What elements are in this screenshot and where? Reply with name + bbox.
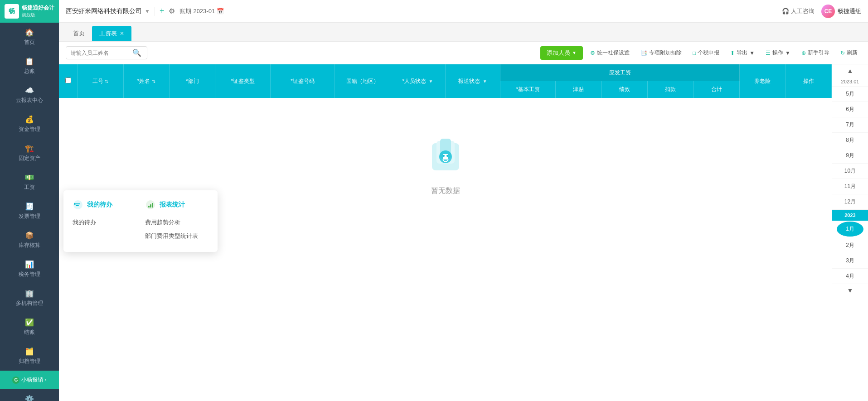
name-sort-icon[interactable]: ⇅ <box>152 79 155 84</box>
social-security-icon: ⚙ <box>590 50 595 56</box>
topbar-divider-1 <box>155 7 155 16</box>
home-icon: 🏠 <box>25 28 34 37</box>
date-year-2023: 2023 <box>832 210 868 221</box>
svg-rect-8 <box>76 203 80 204</box>
fixed-assets-icon: 🏗️ <box>25 144 34 153</box>
date-oct[interactable]: 10月 <box>832 164 868 179</box>
sidebar-item-inventory[interactable]: 📦 库存核算 <box>0 226 59 255</box>
date-jul[interactable]: 7月 <box>832 117 868 133</box>
date-dec[interactable]: 12月 <box>832 194 868 210</box>
topbar-period: 账期 2023-01 📅 <box>179 7 224 15</box>
date-aug[interactable]: 8月 <box>832 133 868 148</box>
date-feb[interactable]: 2月 <box>832 238 868 253</box>
search-box: 🔍 <box>66 46 147 59</box>
topbar-settings-button[interactable]: ⚙ <box>169 7 175 15</box>
calendar-icon[interactable]: 📅 <box>217 8 224 14</box>
tab-close-button[interactable]: ✕ <box>120 30 124 37</box>
report-filter-icon[interactable]: ▼ <box>483 79 487 84</box>
sidebar-nav: 🏠 首页 📋 总账 ☁️ 云报表中心 💰 资金管理 🏗️ 固定资产 💵 工资 🧾… <box>0 23 59 401</box>
fund-icon: 💰 <box>25 115 34 124</box>
col-operation-header: 操作 <box>786 64 832 98</box>
sidebar-item-archive[interactable]: 🗂️ 归档管理 <box>0 342 59 371</box>
sidebar-item-settlement[interactable]: ✅ 结账 <box>0 313 59 342</box>
popup-item-dept-cost[interactable]: 部门费用类型统计表 <box>145 229 209 243</box>
svg-rect-14 <box>152 203 153 208</box>
popup-item-cost-trend[interactable]: 费用趋势分析 <box>145 216 209 229</box>
empty-icon <box>423 134 468 179</box>
sidebar-item-multi-org[interactable]: 🏢 多机构管理 <box>0 284 59 313</box>
sidebar-logo: 畅 畅捷通好会计 旗舰版 <box>0 0 59 23</box>
date-jun[interactable]: 6月 <box>832 102 868 117</box>
salary-table: 工号 ⇅ *姓名 ⇅ *部门 *证鉴类型 *证鉴号码 国籍（地区） *人员状态 … <box>59 64 832 98</box>
popup-menu: 我的待办 我的待办 报表统计 费用趋势分析 部门费用类型统计表 <box>63 190 218 252</box>
svg-point-5 <box>443 155 445 157</box>
export-arrow-icon: ▼ <box>749 50 755 56</box>
date-apr[interactable]: 4月 <box>832 269 868 284</box>
logo-icon: 畅 <box>5 4 19 19</box>
col-allowance-header: 绩效 <box>601 81 647 98</box>
popup-menu-grid: 我的待办 我的待办 报表统计 费用趋势分析 部门费用类型统计表 <box>73 199 209 243</box>
search-icon[interactable]: 🔍 <box>132 48 141 57</box>
date-nav-up[interactable]: ▲ <box>832 64 868 77</box>
toolbar: 🔍 添加人员 ▼ ⚙ 统一社保设置 📑 专项附加扣除 □ 个税申报 ⬆ 导出 <box>59 42 868 64</box>
user-menu[interactable]: CE 畅捷通组 <box>821 5 861 18</box>
tab-home[interactable]: 首页 <box>66 26 92 41</box>
tab-salary-table[interactable]: 工资表 ✕ <box>92 26 131 41</box>
sidebar-item-cloud-report[interactable]: ☁️ 云报表中心 <box>0 81 59 110</box>
company-selector[interactable]: 西安虾米网络科技有限公司 ▼ <box>66 7 150 15</box>
col-country-header: 国籍（地区） <box>335 64 390 98</box>
topbar-add-button[interactable]: + <box>160 6 165 16</box>
xiaochang-arrow: › <box>45 377 46 382</box>
status-filter-icon[interactable]: ▼ <box>428 79 433 84</box>
popup-title-todo: 我的待办 <box>73 199 136 210</box>
svg-rect-13 <box>150 204 151 208</box>
search-input[interactable] <box>71 50 130 56</box>
toolbar-actions: 添加人员 ▼ ⚙ 统一社保设置 📑 专项附加扣除 □ 个税申报 ⬆ 导出 ▼ ☰ <box>540 46 861 60</box>
tax-report-button[interactable]: □ 个税申报 <box>689 47 723 58</box>
sidebar-item-fixed-assets[interactable]: 🏗️ 固定资产 <box>0 139 59 168</box>
sidebar-item-fund[interactable]: 💰 资金管理 <box>0 110 59 139</box>
select-all-checkbox[interactable] <box>65 77 71 83</box>
svg-rect-12 <box>148 206 150 208</box>
add-person-button[interactable]: 添加人员 ▼ <box>540 46 583 60</box>
date-mar[interactable]: 3月 <box>832 253 868 269</box>
empno-sort-icon[interactable]: ⇅ <box>105 79 108 84</box>
export-button[interactable]: ⬆ 导出 ▼ <box>727 47 758 58</box>
sidebar-item-invoice[interactable]: 🧾 发票管理 <box>0 197 59 226</box>
popup-section-reports: 报表统计 费用趋势分析 部门费用类型统计表 <box>145 199 209 243</box>
report-stats-icon <box>145 199 156 210</box>
date-jan-active[interactable]: 1月 <box>837 222 863 237</box>
company-arrow-icon: ▼ <box>145 8 150 14</box>
avatar: CE <box>821 5 835 18</box>
col-report-header: 报送状态 ▼ <box>445 64 500 98</box>
social-security-button[interactable]: ⚙ 统一社保设置 <box>587 47 633 58</box>
date-nov[interactable]: 11月 <box>832 179 868 194</box>
special-deduct-button[interactable]: 📑 专项附加扣除 <box>637 47 685 58</box>
settlement-icon: ✅ <box>25 318 34 327</box>
sidebar-item-tax[interactable]: 📊 税务管理 <box>0 255 59 284</box>
col-bonus-header: 津贴 <box>556 81 601 98</box>
refresh-button[interactable]: ↻ 刷新 <box>837 47 861 58</box>
col-name-header: *姓名 ⇅ <box>123 64 169 98</box>
col-dept-header: *部门 <box>169 64 215 98</box>
archive-icon: 🗂️ <box>25 347 34 356</box>
col-basic-header: *基本工资 <box>500 81 556 98</box>
new-guide-toolbar-icon: ⊕ <box>801 50 806 56</box>
date-sep[interactable]: 9月 <box>832 148 868 164</box>
popup-item-todo[interactable]: 我的待办 <box>73 216 136 229</box>
sidebar-item-home[interactable]: 🏠 首页 <box>0 23 59 52</box>
sidebar-item-ledger[interactable]: 📋 总账 <box>0 52 59 81</box>
tax-icon: 📊 <box>25 260 34 269</box>
operations-button[interactable]: ☰ 操作 ▼ <box>762 47 794 58</box>
customer-service[interactable]: 🎧 人工咨询 <box>782 7 815 15</box>
sidebar-item-basic-settings[interactable]: ⚙️ 基础设置 <box>0 389 59 401</box>
date-may[interactable]: 5月 <box>832 87 868 102</box>
date-nav-down[interactable]: ▼ <box>832 284 868 297</box>
col-deduct-header: 扣款 <box>648 81 693 98</box>
date-2023-01-label: 2023.01 <box>832 77 868 87</box>
sidebar-item-xiaochang[interactable]: G 小畅报销 › <box>0 371 59 389</box>
basic-settings-icon: ⚙️ <box>25 395 34 401</box>
sidebar-item-salary[interactable]: 💵 工资 <box>0 168 59 197</box>
salary-icon: 💵 <box>25 173 34 182</box>
new-guide-button[interactable]: ⊕ 新手引导 <box>798 47 833 58</box>
